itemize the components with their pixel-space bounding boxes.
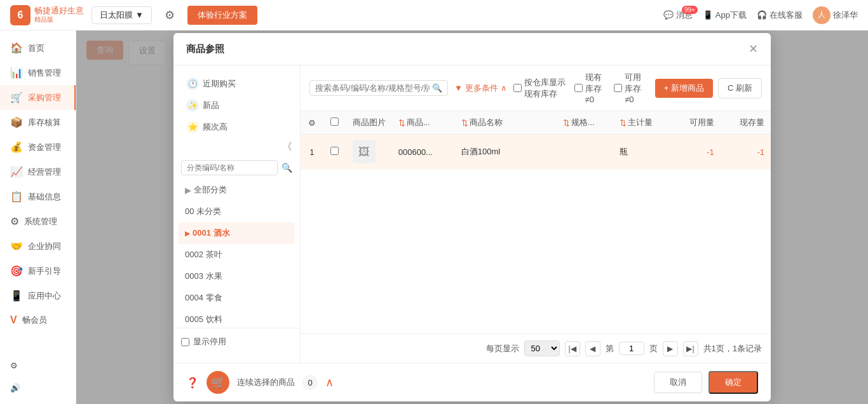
table-settings-icon[interactable]: ⚙ (308, 118, 316, 128)
sidebar-settings-btn[interactable]: ⚙ (0, 354, 76, 377)
collapse-btn[interactable]: 《 (173, 138, 300, 156)
th-available: 可用量 (664, 111, 721, 135)
sidebar-item-finance[interactable]: 💰 资金管理 (0, 135, 76, 159)
settings-gear-icon: ⚙ (10, 361, 18, 370)
sidebar-item-sales[interactable]: 📊 销售管理 (0, 60, 76, 85)
sidebar-item-apps[interactable]: 📱 应用中心 (0, 283, 76, 308)
sidebar-item-basic[interactable]: 📋 基础信息 (0, 184, 76, 209)
cancel-button[interactable]: 取消 (654, 372, 702, 393)
cat-all-arrow: ▶ (185, 185, 191, 195)
product-search-icon[interactable]: 🔍 (432, 83, 442, 93)
help-icon[interactable]: ❓ (186, 377, 199, 389)
sidebar-item-inventory[interactable]: 📦 库存核算 (0, 110, 76, 135)
existing-stock-checkbox-label[interactable]: 现有库存≠0 (574, 72, 609, 104)
cat-0005-label: 0005 饮料 (185, 314, 222, 325)
cat-0001[interactable]: ▶ 0001 酒水 (179, 222, 295, 244)
first-page-btn[interactable]: |◀ (565, 341, 580, 356)
th-code: ⇅ 商品... (392, 111, 455, 135)
dropdown-arrow-icon: ▼ (135, 10, 144, 20)
logo: 6 畅捷通好生意 精品版 (10, 5, 84, 25)
available-stock-checkbox-label[interactable]: 可用库存≠0 (614, 72, 649, 104)
warehouse-stock-checkbox[interactable] (513, 84, 522, 92)
user-avatar[interactable]: 人 徐泽华 (813, 6, 858, 24)
new-icon: ✨ (186, 99, 199, 112)
sidebar-item-guide[interactable]: 🎯 新手引导 (0, 259, 76, 283)
footer-actions: 取消 确定 (654, 371, 758, 394)
th-unit: ⇅ 主计量 (613, 111, 664, 135)
row-checkbox[interactable] (330, 147, 339, 155)
sidebar-label-apps: 应用中心 (28, 290, 61, 302)
sidebar-item-collab[interactable]: 🤝 企业协同 (0, 234, 76, 259)
th-spec-sort-icon[interactable]: ⇅ (563, 118, 570, 128)
avatar: 人 (813, 6, 831, 24)
cart-icon-button[interactable]: 🛒 (207, 371, 229, 394)
product-toolbar: 🔍 ▼ 更多条件 ∧ 按仓库显示现有库存 (301, 65, 771, 111)
volume-icon: 🔊 (10, 383, 20, 393)
page-unit: 页 (649, 343, 658, 354)
available-stock-checkbox[interactable] (614, 84, 622, 92)
footer-collapse-icon[interactable]: ∧ (325, 375, 334, 389)
th-name-sort-icon[interactable]: ⇅ (461, 118, 468, 128)
page-label: 第 (606, 343, 614, 354)
branch-dropdown[interactable]: 日太阳膜 ▼ (92, 6, 152, 24)
collab-icon: 🤝 (10, 240, 23, 252)
refresh-button[interactable]: C 刷新 (718, 78, 762, 98)
cat-00[interactable]: 00 未分类 (179, 201, 295, 222)
settings-icon[interactable]: ⚙ (159, 5, 180, 25)
cat-0002[interactable]: 0002 茶叶 (179, 244, 295, 266)
modal-close-button[interactable]: ✕ (749, 42, 758, 56)
cat-search-icon[interactable]: 🔍 (281, 163, 292, 173)
show-disabled-checkbox-row[interactable]: 显示停用 (173, 328, 300, 355)
more-filter-button[interactable]: ▼ 更多条件 ∧ (454, 83, 507, 94)
sidebar-item-purchase[interactable]: 🛒 采购管理 (0, 85, 76, 110)
logo-text-wrap: 畅捷通好生意 精品版 (34, 6, 84, 25)
select-all-checkbox[interactable] (330, 118, 339, 126)
table-row[interactable]: 1 🖼 (301, 135, 771, 170)
category-list: ▶ 全部分类 00 未分类 ▶ 0001 酒水 0002 茶 (173, 179, 300, 328)
th-unit-label: 主计量 (628, 117, 653, 128)
prev-page-btn[interactable]: ◀ (585, 341, 600, 356)
product-search-input[interactable] (315, 83, 430, 93)
th-code-sort-icon[interactable]: ⇅ (398, 118, 405, 128)
modal-body: 🕐 近期购买 ✨ 新品 ⭐ 频次高 (173, 65, 771, 363)
next-page-btn[interactable]: ▶ (663, 341, 678, 356)
add-product-button[interactable]: + 新增商品 (655, 79, 713, 98)
cat-0003-label: 0003 水果 (185, 271, 222, 282)
last-page-btn[interactable]: ▶| (683, 341, 698, 356)
warehouse-stock-checkbox-label[interactable]: 按仓库显示现有库存 (513, 77, 569, 100)
quick-new[interactable]: ✨ 新品 (181, 95, 292, 116)
service-label: 在线客服 (770, 10, 803, 21)
quick-section: 🕐 近期购买 ✨ 新品 ⭐ 频次高 (173, 73, 300, 138)
sidebar-item-home[interactable]: 🏠 首页 (0, 36, 76, 60)
app-download-button[interactable]: 📱 App下载 (703, 10, 747, 21)
collapse-icon: 《 (282, 140, 292, 154)
th-spec-label: 规格... (571, 117, 595, 128)
product-thumbnail: 🖼 (353, 140, 376, 163)
headset-icon: 🎧 (757, 10, 767, 20)
cat-0005[interactable]: 0005 饮料 (179, 309, 295, 328)
sidebar-item-business[interactable]: 📈 经营管理 (0, 159, 76, 184)
page-number-input[interactable] (619, 342, 644, 355)
show-disabled-checkbox[interactable] (181, 338, 189, 346)
sidebar-item-system[interactable]: ⚙ 系统管理 (0, 209, 76, 234)
category-search-input[interactable] (181, 160, 278, 175)
page-size-select[interactable]: 50 100 200 (524, 340, 560, 356)
cat-0004[interactable]: 0004 零食 (179, 287, 295, 309)
th-unit-sort-icon[interactable]: ⇅ (620, 118, 627, 128)
message-button[interactable]: 💬 消息 99+ (663, 10, 693, 21)
system-icon: ⚙ (10, 215, 19, 227)
available-stock-label: 可用库存≠0 (625, 72, 649, 104)
confirm-button[interactable]: 确定 (709, 371, 758, 394)
online-service-button[interactable]: 🎧 在线客服 (757, 10, 803, 21)
th-stock: 现存量 (721, 111, 771, 135)
filter-icon: ▼ (454, 83, 463, 93)
quick-recent[interactable]: 🕐 近期购买 (181, 73, 292, 95)
quick-frequent[interactable]: ⭐ 频次高 (181, 116, 292, 138)
sidebar-item-vip[interactable]: V 畅会员 (0, 308, 76, 332)
cat-all[interactable]: ▶ 全部分类 (179, 179, 295, 201)
cat-0003[interactable]: 0003 水果 (179, 266, 295, 287)
trial-button[interactable]: 体验行业方案 (187, 6, 257, 25)
sidebar-label-business: 经营管理 (28, 166, 61, 178)
existing-stock-checkbox[interactable] (574, 84, 583, 92)
sidebar-volume-btn[interactable]: 🔊 (0, 377, 76, 399)
